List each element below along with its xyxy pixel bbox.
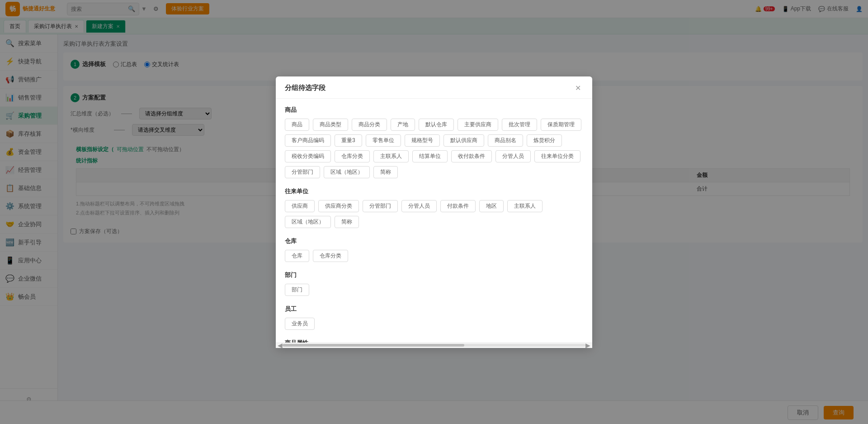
field-tags-0: 商品商品类型商品分类产地默认仓库主要供应商批次管理保质期管理客户商品编码重量3零… xyxy=(285,119,583,178)
field-tag-1-3[interactable]: 分管人员 xyxy=(401,200,437,212)
field-tag-0-3[interactable]: 产地 xyxy=(391,119,415,131)
field-tag-1-7[interactable]: 区域（地区） xyxy=(285,216,331,228)
field-tag-0-2[interactable]: 商品分类 xyxy=(352,119,387,131)
field-section-2: 仓库仓库仓库分类 xyxy=(285,237,583,262)
field-tag-1-5[interactable]: 地区 xyxy=(479,200,504,212)
field-section-title-4: 员工 xyxy=(285,305,583,313)
field-section-5: 商品属性属性颜色多规格尺码鞋码1 xyxy=(285,339,583,343)
field-tag-0-8[interactable]: 客户商品编码 xyxy=(285,134,331,147)
field-tags-2: 仓库仓库分类 xyxy=(285,250,583,262)
field-tag-1-6[interactable]: 主联系人 xyxy=(507,200,542,212)
field-tag-0-21[interactable]: 往来单位分类 xyxy=(534,150,580,162)
scroll-right-arrow[interactable]: ▶ xyxy=(585,342,590,349)
modal-title: 分组待选字段 xyxy=(285,84,326,92)
field-section-title-3: 部门 xyxy=(285,271,583,279)
field-tag-0-16[interactable]: 仓库分类 xyxy=(335,150,370,162)
field-tag-0-10[interactable]: 零售单位 xyxy=(366,134,401,147)
field-section-0: 商品商品商品类型商品分类产地默认仓库主要供应商批次管理保质期管理客户商品编码重量… xyxy=(285,106,583,178)
field-tag-1-4[interactable]: 付款条件 xyxy=(440,200,476,212)
field-tag-3-0[interactable]: 部门 xyxy=(285,284,309,296)
field-tag-0-15[interactable]: 税收分类编码 xyxy=(285,150,331,162)
field-tag-0-14[interactable]: 炼货积分 xyxy=(527,134,562,147)
scrollbar-thumb xyxy=(283,344,464,347)
field-section-title-5: 商品属性 xyxy=(285,339,583,343)
field-tag-0-7[interactable]: 保质期管理 xyxy=(541,119,581,131)
field-tags-1: 供应商供应商分类分管部门分管人员付款条件地区主联系人区域（地区）简称 xyxy=(285,200,583,228)
field-tag-0-23[interactable]: 区域（地区） xyxy=(324,166,370,178)
field-tag-2-0[interactable]: 仓库 xyxy=(285,250,309,262)
field-tag-0-22[interactable]: 分管部门 xyxy=(285,166,320,178)
modal-close-button[interactable]: ✕ xyxy=(572,83,583,94)
field-tag-0-9[interactable]: 重量3 xyxy=(335,134,362,147)
field-tags-4: 业务员 xyxy=(285,318,583,330)
field-tag-1-0[interactable]: 供应商 xyxy=(285,200,315,212)
field-section-title-2: 仓库 xyxy=(285,237,583,245)
field-tag-0-11[interactable]: 规格型号 xyxy=(405,134,440,147)
field-section-4: 员工业务员 xyxy=(285,305,583,330)
field-tag-0-12[interactable]: 默认供应商 xyxy=(443,134,484,147)
field-tag-1-2[interactable]: 分管部门 xyxy=(363,200,398,212)
field-tags-3: 部门 xyxy=(285,284,583,296)
field-tag-0-1[interactable]: 商品类型 xyxy=(313,119,348,131)
field-select-modal: 分组待选字段 ✕ 商品商品商品类型商品分类产地默认仓库主要供应商批次管理保质期管… xyxy=(276,76,592,348)
field-tag-0-5[interactable]: 主要供应商 xyxy=(458,119,498,131)
field-section-title-1: 往来单位 xyxy=(285,187,583,195)
field-tag-0-18[interactable]: 结算单位 xyxy=(412,150,448,162)
field-tag-1-1[interactable]: 供应商分类 xyxy=(318,200,359,212)
field-tag-0-17[interactable]: 主联系人 xyxy=(373,150,409,162)
field-tag-0-13[interactable]: 商品别名 xyxy=(488,134,523,147)
field-section-title-0: 商品 xyxy=(285,106,583,114)
field-tag-4-0[interactable]: 业务员 xyxy=(285,318,315,330)
field-tag-2-1[interactable]: 仓库分类 xyxy=(313,250,348,262)
modal-header: 分组待选字段 ✕ xyxy=(276,76,592,99)
field-tag-0-4[interactable]: 默认仓库 xyxy=(419,119,454,131)
modal-body: 商品商品商品类型商品分类产地默认仓库主要供应商批次管理保质期管理客户商品编码重量… xyxy=(276,99,592,343)
field-section-3: 部门部门 xyxy=(285,271,583,296)
scrollbar-track[interactable] xyxy=(283,344,585,347)
field-tag-0-6[interactable]: 批次管理 xyxy=(502,119,537,131)
field-tag-0-0[interactable]: 商品 xyxy=(285,119,309,131)
field-tag-0-20[interactable]: 分管人员 xyxy=(495,150,531,162)
scroll-left-arrow[interactable]: ◀ xyxy=(278,342,283,349)
modal-scrollbar[interactable]: ◀ ▶ xyxy=(276,343,592,348)
field-tag-0-19[interactable]: 收付款条件 xyxy=(451,150,492,162)
field-section-1: 往来单位供应商供应商分类分管部门分管人员付款条件地区主联系人区域（地区）简称 xyxy=(285,187,583,228)
field-tag-0-24[interactable]: 简称 xyxy=(373,166,398,178)
field-tag-1-8[interactable]: 简称 xyxy=(335,216,359,228)
